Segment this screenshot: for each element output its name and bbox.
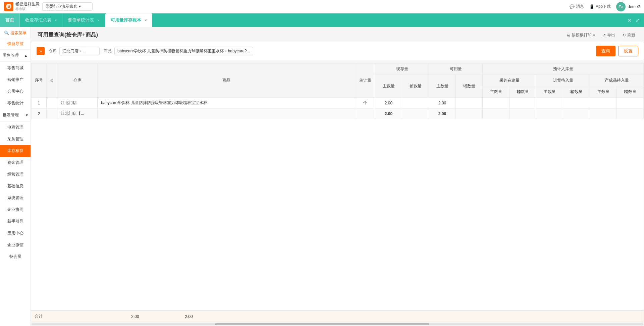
sidebar-section-retail-mgmt: 零售管理 ▲ [0,50,31,62]
page-header: 可用量查询(按仓库+商品) 🖨 按模板打印 ▾ ↗ 导出 ↻ 刷新 [31,27,644,42]
sidebar-item-retail-mall[interactable]: 零售商城 [0,62,31,74]
refresh-btn[interactable]: ↻ 刷新 [621,31,637,39]
close-receipts-icon[interactable]: × [55,18,57,22]
data-table: 序号 ⚙ 仓库 商品 主计量 [31,63,644,119]
sidebar-search[interactable]: 🔍 搜索菜单 [0,27,31,38]
th-current-stock-label: 现存量 [396,66,408,71]
logo-area: 好 畅捷通好生意 标准版 [4,2,40,11]
sidebar-item-app-center[interactable]: 应用中心 [0,227,31,239]
th-settings[interactable]: ⚙ [47,63,57,98]
table-row: 1 江北门店 babycare学饮杯 儿童防摔防撞吸管杯重力球吸嘴杯宝宝水杯 个… [32,98,644,108]
cell-avail-aux-1 [456,98,483,108]
template-print-btn[interactable]: 🖨 按模板打印 ▾ [564,31,597,39]
cell-prod-main-1 [590,98,617,108]
sidebar-nav-link[interactable]: 快捷导航 [0,38,31,50]
footer-cur-main: 2.00 [122,314,149,319]
tab-order-stats[interactable]: 要货单统计表 × [62,13,105,27]
member-label: 会员中心 [7,89,23,94]
sidebar-item-ecommerce[interactable]: 电商管理 [0,122,31,133]
sidebar-item-guide[interactable]: 新手引导 [0,216,31,227]
product-tag-1-close[interactable]: × [225,49,227,53]
warehouse-filter-tags[interactable]: 江北门店 × ... [59,47,100,55]
warehouse-tag-close[interactable]: × [79,49,82,53]
footer-pur-main [229,314,256,319]
th-current-stock: 现存量 [375,63,429,75]
enterprise-label: 企业协同 [7,207,23,213]
user-name: demo2 [628,4,640,9]
logo-sub: 标准版 [15,7,40,11]
cell-avail-main-1: 2.00 [429,98,456,108]
warehouse-tag: 江北门店 × [62,48,82,54]
expand-icon: » [39,48,42,54]
query-btn[interactable]: 查询 [596,46,615,56]
th-production-main-label: 主数量 [597,89,609,94]
sidebar-item-system[interactable]: 系统管理 [0,192,31,204]
tab-receipts-label: 收发存汇总表 [25,17,51,23]
sidebar-item-operations[interactable]: 经营管理 [0,169,31,180]
warehouse-tag-value: 江北门店 [62,48,78,54]
maximize-icon[interactable]: ⤢ [634,16,641,25]
sidebar-item-inventory[interactable]: 库存核算 [0,145,31,157]
cell-inc-main-2 [536,108,563,119]
cell-product-2 [98,108,355,119]
cell-pur-main-2 [483,108,509,119]
message-btn[interactable]: 💬 消息 [570,4,584,9]
settings-col-icon[interactable]: ⚙ [50,78,54,83]
th-product-label: 商品 [222,78,230,83]
industry-selector[interactable]: 母婴行业演示账套 ▾ [42,2,93,11]
cell-settings-1[interactable] [47,98,57,108]
horizontal-scrollbar[interactable] [31,322,644,326]
retail-mgmt-label: 零售管理 [3,53,19,58]
cell-pur-aux-2 [509,108,536,119]
export-btn[interactable]: ↗ 导出 [600,31,617,39]
sidebar-item-enterprise[interactable]: 企业协同 [0,204,31,216]
sidebar-item-marketing[interactable]: 营销推广 [0,74,31,86]
sidebar-item-wholesale[interactable]: 批发管理 ▾ [0,109,31,121]
sidebar-item-finance[interactable]: 资金管理 [0,157,31,169]
footer-avail-aux [202,314,229,319]
tab-available-stock[interactable]: 可用量库存账本 × [105,13,152,27]
cell-inc-aux-1 [563,98,590,108]
footer-cur-aux [149,314,175,319]
close-order-stats-icon[interactable]: × [97,18,99,22]
data-table-container: 序号 ⚙ 仓库 商品 主计量 [31,63,644,311]
footer-pur-aux [256,314,283,319]
close-available-stock-icon[interactable]: × [145,18,147,22]
tab-home[interactable]: 首页 [0,13,20,27]
filter-action-btns: 查询 设置 [596,46,638,56]
sidebar-item-basic-info[interactable]: 基础信息 [0,180,31,192]
chevron-down-icon-print: ▾ [593,33,595,38]
warehouse-more-btn[interactable]: ... [83,49,86,53]
cell-product-1: babycare学饮杯 儿童防摔防撞吸管杯重力球吸嘴杯宝宝水杯 [98,98,355,108]
warehouse-filter-label: 仓库 [49,48,57,54]
user-area[interactable]: Ea demo2 [616,2,640,11]
sidebar-item-purchase[interactable]: 采购管理 [0,133,31,145]
close-all-tabs-icon[interactable]: ✕ [626,16,633,25]
app-download-label: App下载 [596,4,611,9]
scroll-thumb[interactable] [215,323,429,325]
th-purchase-in-label: 采购在途量 [499,78,520,83]
expand-filter-btn[interactable]: » [37,47,45,55]
footer-label: 合计 [35,314,122,319]
sidebar-item-wechat[interactable]: 企业微信 [0,239,31,251]
product-filter-tags[interactable]: babycare学饮杯 儿童防摔防撞吸管杯重力球吸嘴杯宝宝水杯 × babyca… [114,47,253,55]
sidebar-item-member[interactable]: 会员中心 [0,86,31,97]
settings-btn[interactable]: 设置 [618,46,638,56]
tab-spacer [152,13,623,27]
refresh-icon: ↻ [623,33,626,38]
cell-unit-2 [355,108,375,119]
tab-receipts[interactable]: 收发存汇总表 × [20,13,62,27]
th-no-label: 序号 [35,78,43,83]
th-current-main: 主数量 [375,75,402,98]
sidebar-item-vip[interactable]: 畅会员 [0,251,31,263]
sidebar-item-retail-mgmt[interactable]: 零售管理 ▲ [0,50,31,62]
vip-label: 畅会员 [9,254,21,260]
app-icon: 📱 [589,4,594,9]
sidebar-item-retail-stats[interactable]: 零售统计 [0,97,31,109]
app-download-btn[interactable]: 📱 App下载 [589,4,611,9]
wholesale-label: 批发管理 [3,112,19,118]
refresh-label: 刷新 [627,32,635,38]
footer-cells: 2.00 2.00 [122,314,640,319]
cell-settings-2[interactable] [47,108,57,119]
avatar: Ea [616,2,626,11]
